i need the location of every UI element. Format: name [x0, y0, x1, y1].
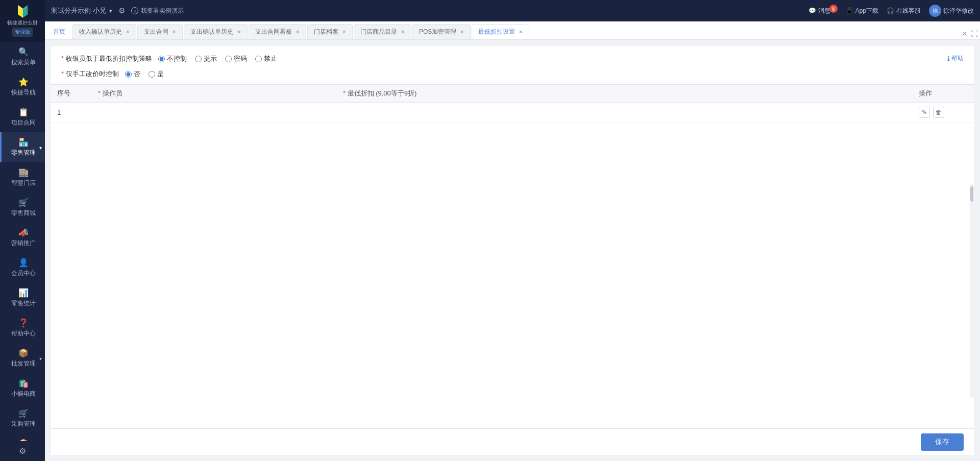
help-link[interactable]: ℹ 帮助	[947, 54, 964, 63]
tab-store-files[interactable]: 门店档案✕	[307, 24, 353, 39]
sidebar-icon-online-store: 🛒	[18, 198, 29, 207]
tab-label-home: 首页	[53, 28, 65, 36]
tab-label-income-confirm-history: 收入确认单历史	[79, 28, 122, 36]
sidebar-icon-purchase-manage: 🛒	[18, 408, 29, 418]
close-tabs-icon[interactable]: ✕	[962, 30, 968, 38]
sidebar-item-ecommerce[interactable]: 🛍️ 小畅电商	[0, 373, 45, 403]
message-badge: 8	[829, 5, 838, 13]
cell-min-discount-0	[337, 103, 913, 123]
app-icon: 📱	[846, 7, 853, 14]
topbar-app-download[interactable]: 📱 App下载	[846, 7, 878, 15]
table-scrollbar-track[interactable]	[970, 184, 974, 398]
manual-price-row: 仅手工改价时控制 否是	[61, 69, 964, 79]
tab-label-store-files: 门店档案	[314, 28, 338, 36]
tabbar-actions: ✕ ⛶	[962, 30, 978, 39]
manual-radio-yes[interactable]	[149, 71, 155, 78]
th-actions: 操作	[913, 85, 974, 103]
tab-payment-contract-panel[interactable]: 支出合同看板✕	[249, 24, 306, 39]
sidebar-label-purchase-manage: 采购管理	[11, 420, 36, 428]
topbar: 测试分开示例-小兄 ▾ ⚙ ○ 我要看实例演示 💬 消息 8 📱 App下载 🎧…	[45, 0, 980, 21]
th-seq: 序号	[51, 85, 92, 103]
manual-option-no[interactable]: 否	[125, 69, 140, 79]
topbar-demo[interactable]: ○ 我要看实例演示	[131, 7, 184, 15]
sidebar-item-quick-nav[interactable]: ⭐ 快捷导航	[0, 72, 45, 102]
tab-close-payment-contract[interactable]: ✕	[172, 29, 176, 35]
manual-option-yes[interactable]: 是	[149, 69, 164, 79]
sidebar-item-retail-manage[interactable]: 🏪 零售管理 ▾	[0, 132, 45, 162]
tab-close-income-confirm-history[interactable]: ✕	[126, 29, 130, 35]
tab-min-discount-settings[interactable]: 最低折扣设置✕	[472, 24, 529, 39]
tab-payment-contract[interactable]: 支出合同✕	[137, 24, 183, 39]
tab-close-payment-contract-panel[interactable]: ✕	[296, 29, 300, 35]
policy-radio-no_control[interactable]	[158, 56, 165, 62]
sidebar-item-search-menu[interactable]: 🔍 搜索菜单	[0, 42, 45, 72]
policy-option-label-no_control: 不控制	[167, 54, 187, 63]
tab-close-store-files[interactable]: ✕	[342, 29, 346, 35]
sidebar-icon-ecommerce: 🛍️	[18, 378, 29, 388]
project-chevron-icon: ▾	[109, 8, 112, 14]
sidebar-item-member-center[interactable]: 👤 会员中心	[0, 253, 45, 283]
policy-option-label-ban: 禁止	[264, 54, 277, 63]
policy-option-remind[interactable]: 提示	[195, 54, 217, 63]
tab-home[interactable]: 首页	[47, 24, 71, 39]
arrow-icon: ▾	[39, 355, 42, 361]
tab-close-payment-confirm-history[interactable]: ✕	[237, 29, 241, 35]
demo-text: 我要看实例演示	[141, 7, 184, 15]
topbar-user[interactable]: 徐 徐泽华修改	[929, 5, 974, 17]
policy-radio-group: 不控制提示密码禁止	[158, 54, 277, 63]
sidebar-label-marketing: 营销推广	[11, 239, 36, 248]
sidebar-item-online-store[interactable]: 🛒 零售商城	[0, 192, 45, 223]
tab-close-store-goods-catalog[interactable]: ✕	[401, 29, 405, 35]
sidebar-item-smart-store[interactable]: 🏬 智慧门店	[0, 162, 45, 192]
sidebar-item-purchase-manage[interactable]: 🛒 采购管理	[0, 403, 45, 433]
topbar-project[interactable]: 测试分开示例-小兄 ▾	[51, 6, 112, 15]
table-scrollbar-thumb[interactable]	[970, 186, 973, 202]
sidebar-icon-marketing: 📣	[18, 228, 29, 237]
sidebar-item-wholesale-manage[interactable]: 📦 批发管理 ▾	[0, 343, 45, 373]
edit-btn-0[interactable]: ✎	[919, 107, 930, 118]
table-row: 1 ✎ 🗑	[51, 103, 974, 123]
manual-radio-no[interactable]	[125, 71, 132, 78]
policy-row: 收银员低于最低折扣控制策略 不控制提示密码禁止	[61, 54, 964, 63]
sidebar-icon-quick-nav: ⭐	[18, 77, 29, 87]
policy-option-no_control[interactable]: 不控制	[158, 54, 187, 63]
sidebar-item-help-center[interactable]: ❓ 帮助中心	[0, 313, 45, 343]
topbar-online-support[interactable]: 🎧 在线客服	[887, 7, 921, 15]
policy-radio-password[interactable]	[225, 56, 232, 62]
topbar-message[interactable]: 💬 消息 8	[808, 7, 838, 15]
policy-option-password[interactable]: 密码	[225, 54, 247, 63]
settings-icon[interactable]: ⚙	[19, 446, 26, 456]
delete-btn-0[interactable]: 🗑	[933, 107, 944, 118]
policy-option-ban[interactable]: 禁止	[255, 54, 277, 63]
sidebar-item-project-contract[interactable]: 📋 项目合同	[0, 102, 45, 132]
tab-income-confirm-history[interactable]: 收入确认单历史✕	[72, 24, 136, 39]
save-button[interactable]: 保存	[921, 433, 964, 451]
sidebar-item-retail-stats[interactable]: 📊 零售统计	[0, 283, 45, 313]
sidebar-icon-project-contract: 📋	[18, 107, 29, 117]
tab-pos-password-manage[interactable]: POS加密管理✕	[412, 24, 471, 39]
sidebar-icon-retail-stats: 📊	[18, 288, 29, 298]
manual-option-label-no: 否	[134, 69, 140, 79]
sidebar-icon-retail-manage: 🏪	[18, 137, 29, 147]
expand-tabs-icon[interactable]: ⛶	[971, 30, 978, 38]
message-icon: 💬	[808, 7, 816, 14]
policy-radio-remind[interactable]	[195, 56, 202, 62]
policy-radio-ban[interactable]	[255, 56, 262, 62]
sidebar-logo[interactable]: 🔰 畅捷通好业财 专业版	[0, 0, 45, 42]
user-name: 徐泽华修改	[943, 7, 974, 15]
sidebar-item-marketing[interactable]: 📣 营销推广	[0, 223, 45, 253]
table-section: 序号操作员最低折扣 (9.00等于9折)操作 1 ✎ 🗑	[51, 84, 974, 428]
tab-store-goods-catalog[interactable]: 门店商品目录✕	[354, 24, 411, 39]
th-min_discount: 最低折扣 (9.00等于9折)	[337, 85, 913, 103]
sidebar-label-ecommerce: 小畅电商	[11, 390, 36, 398]
tab-payment-confirm-history[interactable]: 支出确认单历史✕	[184, 24, 248, 39]
topbar-settings-icon[interactable]: ⚙	[118, 6, 125, 15]
table-body: 1 ✎ 🗑	[51, 103, 974, 123]
sidebar-label-smart-store: 智慧门店	[11, 179, 36, 187]
tabbar: 首页收入确认单历史✕支出合同✕支出确认单历史✕支出合同看板✕门店档案✕门店商品目…	[45, 21, 980, 40]
tab-close-min-discount-settings[interactable]: ✕	[519, 29, 523, 35]
sidebar-item-inventory[interactable]: 📦 库存核算	[0, 433, 45, 441]
tab-close-pos-password-manage[interactable]: ✕	[460, 29, 464, 35]
form-section: ℹ 帮助 收银员低于最低折扣控制策略 不控制提示密码禁止 仅手工改价时控制 否是	[51, 46, 974, 84]
sidebar-bottom: ⚙	[0, 441, 45, 461]
